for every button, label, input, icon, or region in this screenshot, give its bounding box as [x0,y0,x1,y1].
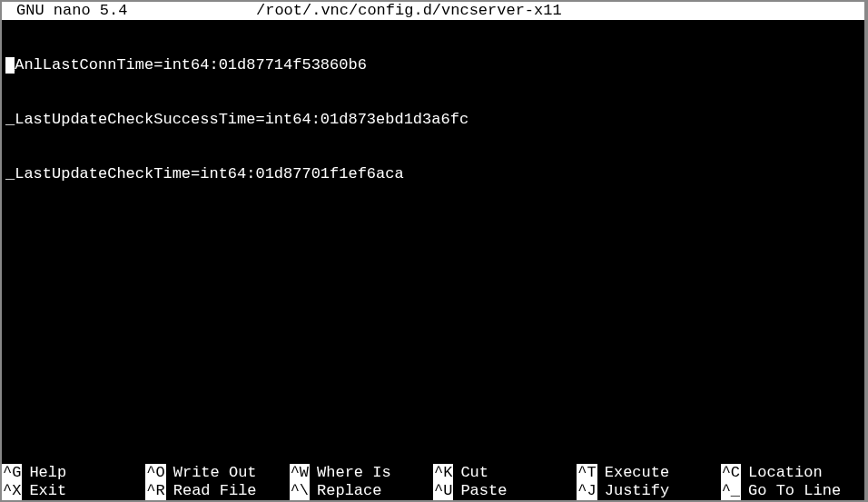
shortcut-paste[interactable]: ^U Paste [433,482,577,500]
shortcut-label: Help [29,464,66,482]
shortcut-label: Cut [460,464,488,482]
shortcut-where-is[interactable]: ^W Where Is [290,464,433,482]
shortcut-key: ^J [577,482,597,500]
shortcut-bar: ^G Help ^O Write Out ^W Where Is ^K Cut … [2,464,864,500]
line-text: _LastUpdateCheckTime=int64:01d87701f1ef6… [5,165,404,182]
shortcut-go-to-line[interactable]: ^_ Go To Line [721,482,864,500]
shortcut-key: ^G [2,464,22,482]
shortcut-key: ^W [290,464,310,482]
shortcut-cut[interactable]: ^K Cut [433,464,577,482]
title-bar: GNU nano 5.4 /root/.vnc/config.d/vncserv… [2,2,864,20]
shortcut-key: ^C [721,464,741,482]
shortcut-key: ^R [145,482,165,500]
shortcut-label: Paste [460,482,507,500]
shortcut-execute[interactable]: ^T Execute [577,464,720,482]
shortcut-label: Justify [605,482,669,500]
shortcut-key: ^K [433,464,453,482]
text-line[interactable]: _LastUpdateCheckTime=int64:01d87701f1ef6… [5,165,864,183]
status-bar: [ Read 3 lines ] [2,446,864,464]
shortcut-key: ^T [577,464,597,482]
shortcut-key: ^O [145,464,165,482]
shortcut-label: Exit [29,482,66,500]
nano-editor: GNU nano 5.4 /root/.vnc/config.d/vncserv… [0,0,868,502]
shortcut-exit[interactable]: ^X Exit [2,482,145,500]
shortcut-label: Location [748,464,823,482]
shortcut-justify[interactable]: ^J Justify [577,482,720,500]
text-line[interactable]: _LastUpdateCheckSuccessTime=int64:01d873… [5,111,864,129]
shortcut-label: Execute [605,464,669,482]
shortcut-location[interactable]: ^C Location [721,464,864,482]
text-line[interactable]: _AnlLastConnTime=int64:01d87714f53860b6 [5,56,864,74]
shortcut-key: ^_ [721,482,741,500]
shortcut-label: Where Is [317,464,391,482]
shortcut-help[interactable]: ^G Help [2,464,145,482]
shortcut-label: Go To Line [748,482,841,500]
shortcut-read-file[interactable]: ^R Read File [145,482,289,500]
line-text: _LastUpdateCheckSuccessTime=int64:01d873… [5,111,469,128]
shortcut-key: ^\ [290,482,310,500]
editor-content[interactable]: _AnlLastConnTime=int64:01d87714f53860b6 … [2,20,864,446]
shortcut-replace[interactable]: ^\ Replace [290,482,433,500]
shortcut-label: Read File [173,482,257,500]
line-text: _AnlLastConnTime=int64:01d87714f53860b6 [5,56,367,74]
app-name: GNU nano 5.4 [2,2,256,20]
shortcut-label: Replace [317,482,381,500]
shortcut-write-out[interactable]: ^O Write Out [145,464,289,482]
shortcut-key: ^X [2,482,22,500]
shortcut-key: ^U [433,482,453,500]
file-path: /root/.vnc/config.d/vncserver-x11 [256,2,864,20]
shortcut-label: Write Out [173,464,257,482]
